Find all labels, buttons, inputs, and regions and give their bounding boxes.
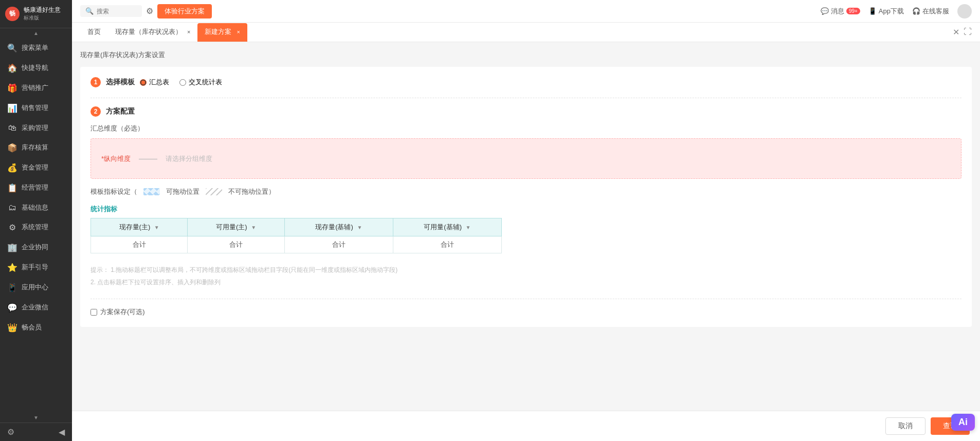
save-label: 方案保存(可选) [100, 307, 145, 317]
sidebar-item-finance[interactable]: 💰 资金管理 [0, 158, 72, 178]
sidebar-item-wechat[interactable]: 💬 企业微信 [0, 298, 72, 318]
sidebar-collapse-icon[interactable]: ◀ [59, 427, 65, 437]
sidebar-item-label: 应用中心 [22, 283, 48, 292]
sidebar-item-enterprise[interactable]: 🏢 企业协同 [0, 237, 72, 258]
new-plan-tab-close-icon[interactable]: × [237, 29, 240, 35]
radio-crosstab[interactable]: 交叉统计表 [179, 78, 222, 87]
col-header-2[interactable]: 现存量(基辅) ▼ [284, 218, 393, 236]
ai-badge[interactable]: Ai [951, 414, 975, 431]
app-download-button[interactable]: 📱 App下载 [868, 7, 904, 16]
dim-arrow: —— [139, 153, 157, 164]
step1-section: 1 选择模板 汇总表 交叉统计表 [90, 77, 961, 87]
sidebar-item-search-menu[interactable]: 🔍 搜索菜单 [0, 38, 72, 58]
sidebar-item-member[interactable]: 👑 畅会员 [0, 318, 72, 338]
col-chevron-2[interactable]: ▼ [357, 225, 362, 230]
message-icon: 💬 [821, 7, 829, 15]
sidebar-item-label: 畅会员 [22, 323, 42, 332]
sidebar-scroll-up[interactable]: ▲ [0, 28, 72, 38]
topbar-search-box[interactable]: 🔍 [80, 5, 142, 17]
online-service-label: 在线客服 [922, 7, 949, 16]
dimension-dropzone[interactable]: *纵向维度 —— 请选择分组维度 [90, 138, 961, 179]
sidebar-item-label: 搜索菜单 [22, 43, 48, 52]
message-button[interactable]: 💬 消息 99+ [821, 7, 860, 16]
online-service-icon: 🎧 [912, 7, 920, 15]
tab-expand-icon[interactable]: ⛶ [964, 27, 972, 37]
content-area: 现存量(库存状况表)方案设置 1 选择模板 汇总表 交叉统计表 [72, 42, 980, 411]
sidebar-item-label: 系统管理 [22, 223, 48, 232]
step2-badge: 2 [90, 106, 101, 117]
sidebar-item-system[interactable]: ⚙ 系统管理 [0, 217, 72, 237]
col-header-3[interactable]: 可用量(基辅) ▼ [393, 218, 501, 236]
marketing-icon: 🎁 [7, 83, 17, 93]
col-label-3: 可用量(基辅) [424, 223, 462, 231]
page-title: 现存量(库存状况表)方案设置 [80, 50, 972, 60]
col-label-2: 现存量(基辅) [315, 223, 353, 231]
sidebar-item-label: 库存核算 [22, 143, 48, 152]
new-plan-tab-label: 新建方案 [205, 27, 231, 36]
tab-close-all-icon[interactable]: ✕ [953, 27, 959, 37]
radio-summary-input[interactable] [140, 79, 147, 86]
enterprise-icon: 🏢 [7, 243, 17, 252]
tabs-right-controls: ✕ ⛶ [953, 27, 972, 37]
tab-new-plan[interactable]: 新建方案 × [197, 23, 247, 42]
hint-2: 2. 点击标题栏下拉可设置排序、插入列和删除列 [90, 276, 961, 288]
sales-icon: 📊 [7, 103, 17, 113]
inventory-tab-close-icon[interactable]: × [187, 29, 190, 35]
tab-home[interactable]: 首页 [80, 23, 108, 42]
step1-badge: 1 [90, 77, 101, 87]
member-icon: 👑 [7, 323, 17, 333]
cell-0-3: 合计 [393, 236, 501, 253]
cell-0-2: 合计 [284, 236, 393, 253]
radio-summary-label: 汇总表 [149, 78, 169, 87]
radio-summary[interactable]: 汇总表 [140, 78, 169, 87]
sidebar-item-label: 新手引导 [22, 263, 48, 272]
sidebar-item-marketing[interactable]: 🎁 营销推广 [0, 78, 72, 98]
sidebar-item-quick-nav[interactable]: 🏠 快捷导航 [0, 58, 72, 78]
sidebar-item-base-info[interactable]: 🗂 基础信息 [0, 198, 72, 217]
dim-placeholder-text: 请选择分组维度 [166, 154, 212, 163]
sidebar-item-sales[interactable]: 📊 销售管理 [0, 98, 72, 118]
save-checkbox[interactable] [90, 309, 97, 316]
radio-crosstab-input[interactable] [179, 79, 186, 86]
search-icon: 🔍 [85, 7, 94, 15]
col-header-1[interactable]: 可用量(主) ▼ [188, 218, 284, 236]
message-badge: 99+ [846, 8, 860, 14]
user-avatar[interactable] [957, 4, 972, 19]
search-menu-icon: 🔍 [7, 43, 17, 53]
topbar-right: 💬 消息 99+ 📱 App下载 🎧 在线客服 [821, 4, 972, 19]
system-icon: ⚙ [7, 223, 17, 232]
sidebar-nav: 🔍 搜索菜单 🏠 快捷导航 🎁 营销推广 📊 销售管理 🛍 采购管理 📦 库存核… [0, 38, 72, 413]
col-chevron-0[interactable]: ▼ [154, 225, 159, 230]
stats-label: 统计指标 [90, 205, 961, 214]
sidebar: 畅 畅康通好生意 标准版 ▲ 🔍 搜索菜单 🏠 快捷导航 🎁 营销推广 📊 销售… [0, 0, 72, 441]
sidebar-item-operations[interactable]: 📋 经营管理 [0, 178, 72, 198]
search-input[interactable] [97, 8, 138, 15]
step2-title: 方案配置 [106, 107, 135, 116]
cancel-button[interactable]: 取消 [885, 417, 925, 435]
sidebar-item-label: 企业协同 [22, 243, 48, 252]
sidebar-settings-icon[interactable]: ⚙ [7, 427, 14, 437]
sidebar-item-app-center[interactable]: 📱 应用中心 [0, 278, 72, 298]
step1-header: 1 选择模板 汇总表 交叉统计表 [90, 77, 961, 87]
sidebar-scroll-down[interactable]: ▼ [0, 413, 72, 422]
wechat-icon: 💬 [7, 303, 17, 313]
cell-0-0: 合计 [91, 236, 188, 253]
save-row: 方案保存(可选) [90, 307, 961, 317]
col-chevron-1[interactable]: ▼ [251, 225, 256, 230]
step2-header: 2 方案配置 [90, 106, 961, 117]
tab-inventory-status[interactable]: 现存量（库存状况表） × [108, 23, 197, 42]
col-chevron-3[interactable]: ▼ [466, 225, 471, 230]
sidebar-item-inventory[interactable]: 📦 库存核算 [0, 138, 72, 158]
online-service-button[interactable]: 🎧 在线客服 [912, 7, 949, 16]
table-row: 合计 合计 合计 合计 [91, 236, 502, 253]
sidebar-item-purchase[interactable]: 🛍 采购管理 [0, 118, 72, 138]
col-header-0[interactable]: 现存量(主) ▼ [91, 218, 188, 236]
template-indicator: 模板指标设定（ 可拖动位置 不可拖动位置） [90, 187, 961, 196]
sidebar-item-label: 基础信息 [22, 203, 48, 212]
radio-crosstab-label: 交叉统计表 [189, 78, 222, 87]
topbar-settings-icon[interactable]: ⚙ [146, 6, 153, 16]
col-label-0: 现存量(主) [119, 223, 151, 231]
trial-industry-button[interactable]: 体验行业方案 [157, 4, 212, 19]
tab-bar: 首页 现存量（库存状况表） × 新建方案 × ✕ ⛶ [72, 23, 980, 42]
sidebar-item-newbie[interactable]: ⭐ 新手引导 [0, 258, 72, 278]
